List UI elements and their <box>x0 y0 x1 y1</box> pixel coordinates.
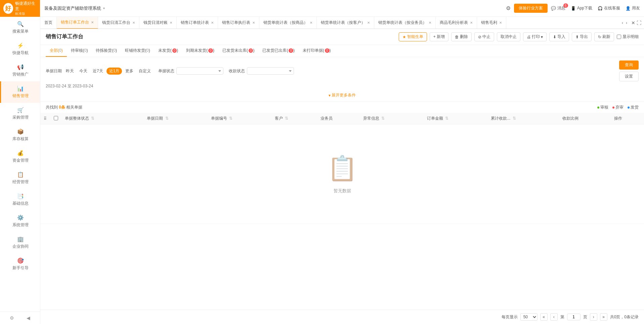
smart-create-button[interactable]: ★ 智能生单 <box>399 32 427 41</box>
subtab-wangpu-pending[interactable]: 旺铺待发货(0) <box>121 45 154 57</box>
date-btn-近7天[interactable]: 近7天 <box>91 68 105 75</box>
tab-close-sales-order-detail[interactable]: ✕ <box>252 21 255 25</box>
tab-product-margin[interactable]: 商品毛利分析表✕ <box>436 17 477 29</box>
solution-button[interactable]: 体验行业方案 <box>514 4 548 13</box>
sidebar-item-sales[interactable]: 📊销售管理 <box>0 81 40 103</box>
page-number-input[interactable] <box>567 314 581 320</box>
prev-page-button[interactable]: ‹ <box>550 313 558 321</box>
tabs-scroll-left[interactable]: ‹ <box>620 21 625 25</box>
tab-close-sales-order-stats[interactable]: ✕ <box>211 21 214 25</box>
next-page-button[interactable]: › <box>590 313 597 321</box>
sidebar-item-system[interactable]: ⚙️系统管理 <box>0 210 40 232</box>
tab-sales-order-stats[interactable]: 销售订单统计表✕ <box>177 17 218 29</box>
tab-sales-stats-customer[interactable]: 销货单统计表（按客户）✕ <box>317 17 374 29</box>
sidebar-item-purchase[interactable]: 🛒采购管理 <box>0 103 40 124</box>
subtab-all[interactable]: 全部(0) <box>46 45 67 57</box>
tab-close-sales-order-workspace[interactable]: ✕ <box>91 21 94 24</box>
sort-icon-doc-date[interactable]: ⇅ <box>165 116 169 121</box>
tab-close-cash-reconcile[interactable]: ✕ <box>170 21 172 25</box>
date-btn-昨天[interactable]: 昨天 <box>64 68 76 75</box>
subtab-not-printed[interactable]: 未打印单据(0) <box>299 45 335 57</box>
tab-close-sales-more[interactable]: ✕ <box>499 21 502 25</box>
nav-icon-enterprise: 🏢 <box>17 236 24 242</box>
import-button[interactable]: ⬇ 导入 <box>549 32 569 41</box>
subtab-pending-inspect[interactable]: 待拣验货(0) <box>92 45 121 57</box>
show-detail-checkbox-label[interactable]: 显示明细 <box>617 34 639 40</box>
sidebar-item-operation[interactable]: 📋经营管理 <box>0 167 40 189</box>
system-dropdown-icon[interactable]: ▾ <box>103 6 105 10</box>
message-item[interactable]: 💬 消息 6 <box>551 5 565 11</box>
sort-icon-abnormal[interactable]: ⇅ <box>381 116 385 121</box>
tab-sales-stats-product[interactable]: 销货单统计表（按商品）✕ <box>259 17 317 29</box>
tab-home[interactable]: 首页 <box>40 17 57 29</box>
select-all-checkbox[interactable] <box>54 116 58 120</box>
tabs-scroll-right[interactable]: › <box>625 21 629 25</box>
online-service-item[interactable]: 🎧 在线客服 <box>598 5 620 11</box>
date-btn-更多[interactable]: 更多 <box>123 68 135 75</box>
status-select[interactable] <box>176 67 223 75</box>
subtab-pending-review[interactable]: 待审核(0) <box>67 45 92 57</box>
tab-close-cash-daily[interactable]: ✕ <box>132 21 135 25</box>
subtab-count-pending-inspect: 0 <box>113 48 116 53</box>
nav-icon-operation: 📋 <box>17 171 24 178</box>
sidebar-item-finance[interactable]: 💰资金管理 <box>0 146 40 167</box>
export-button[interactable]: ⬆ 导出 <box>572 32 592 41</box>
audit-button[interactable]: 审核 <box>597 105 608 110</box>
settings-icon[interactable]: ⚙ <box>10 315 14 321</box>
subtab-shipped-not-out[interactable]: 已发货未出库(0) <box>218 45 259 57</box>
col-order-amount: 订单金额 ⇅ <box>424 113 487 124</box>
subtab-expired-not-shipped[interactable]: 到期未发货(0) <box>182 45 218 57</box>
tab-close-sales-stats-customer[interactable]: ✕ <box>367 21 370 25</box>
delete-button[interactable]: 🗑 删除 <box>451 32 472 41</box>
expand-tabs-icon[interactable]: ⛶ <box>637 20 641 26</box>
cancel-stop-button[interactable]: 取消中止 <box>497 32 520 41</box>
filter-setting-button[interactable]: 设置 <box>619 72 639 81</box>
sidebar-item-marketing[interactable]: 📢营销推广 <box>0 60 40 81</box>
sidebar-item-guide[interactable]: 🎯新手引导 <box>0 253 40 275</box>
sidebar-item-quick-nav[interactable]: ⚡快捷导航 <box>0 38 40 60</box>
sort-icon-order-amount[interactable]: ⇅ <box>445 116 448 121</box>
sort-icon-doc-number[interactable]: ⇅ <box>229 116 232 121</box>
sidebar-item-search[interactable]: 🔍搜索菜单 <box>0 17 40 38</box>
refresh-button[interactable]: ↻ 刷新 <box>594 32 614 41</box>
chevron-down-icon: ▾ <box>329 93 331 98</box>
show-detail-checkbox[interactable] <box>617 35 621 39</box>
date-btn-今天[interactable]: 今天 <box>77 68 89 75</box>
date-btn-自定义[interactable]: 自定义 <box>137 68 153 75</box>
tab-sales-order-workspace[interactable]: 销售订单工作台✕ <box>57 17 98 29</box>
add-button[interactable]: + 新增 <box>430 32 448 41</box>
tab-sales-stats-staff[interactable]: 销货单统计表（按业务员）✕ <box>374 17 436 29</box>
expand-filter-button[interactable]: ▾ 展开更多条件 <box>329 92 356 98</box>
sidebar-item-base-info[interactable]: 📑基础信息 <box>0 189 40 210</box>
tab-cash-reconcile[interactable]: 钱货日清对账✕ <box>139 17 177 29</box>
topbar-settings-icon[interactable]: ⚙ <box>506 5 511 11</box>
query-button[interactable]: 查询 <box>619 60 639 70</box>
tab-close-product-margin[interactable]: ✕ <box>470 21 473 25</box>
close-all-tabs-icon[interactable]: ✕ <box>631 20 635 26</box>
date-btn-近1月[interactable]: 近1月 <box>106 68 122 75</box>
payment-select[interactable] <box>247 67 294 75</box>
sidebar-item-inventory[interactable]: 📦库存核算 <box>0 124 40 146</box>
tab-close-sales-stats-staff[interactable]: ✕ <box>429 21 431 25</box>
sidebar-item-enterprise[interactable]: 🏢企业协同 <box>0 232 40 253</box>
app-download-item[interactable]: 📱 App下载 <box>571 5 592 11</box>
cancel-audit-button[interactable]: 弃审 <box>612 105 624 110</box>
stop-button[interactable]: ⊘ 中止 <box>474 32 494 41</box>
sort-icon-collected[interactable]: ⇅ <box>513 116 516 121</box>
page-size-select[interactable]: 10 20 50 100 <box>520 313 538 321</box>
last-page-button[interactable]: » <box>600 313 607 321</box>
tab-sales-order-detail[interactable]: 销售订单执行表✕ <box>218 17 259 29</box>
tab-cash-daily[interactable]: 钱货日清工作台✕ <box>98 17 139 29</box>
sort-icon-doc-status[interactable]: ⇅ <box>91 116 94 121</box>
subtab-shipped-out[interactable]: 已发货已出库(0) <box>258 45 299 57</box>
user-item[interactable]: 👤 用友 <box>626 5 640 11</box>
ship-button[interactable]: 发货 <box>628 105 639 110</box>
print-button[interactable]: 🖨 打印 ▾ <box>523 32 547 41</box>
collapse-icon[interactable]: ◀ <box>27 315 30 321</box>
col-checkbox[interactable] <box>50 113 61 124</box>
tab-sales-more[interactable]: 销售毛利✕ <box>477 17 506 29</box>
sort-icon-customer[interactable]: ⇅ <box>285 116 288 121</box>
tab-close-sales-stats-product[interactable]: ✕ <box>310 21 312 25</box>
first-page-button[interactable]: « <box>540 313 548 321</box>
subtab-not-shipped[interactable]: 未发货(0) <box>154 45 182 57</box>
